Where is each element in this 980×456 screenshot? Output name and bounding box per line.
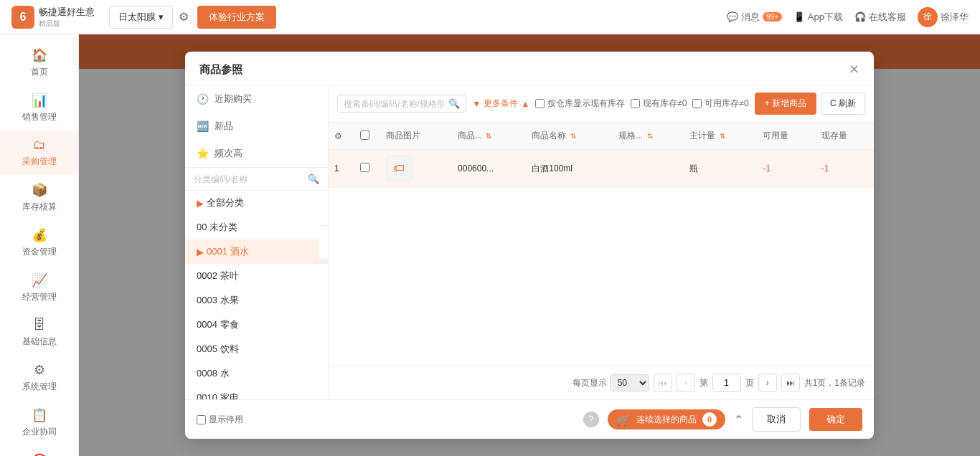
- sales-icon: 📊: [32, 92, 47, 108]
- th-image: 商品图片: [380, 123, 452, 150]
- sidebar-item-purchase[interactable]: 🗂 采购管理: [0, 130, 78, 175]
- logo-text: 畅捷通好生意 精品版: [39, 6, 95, 29]
- th-checkbox: [354, 123, 380, 150]
- sidebar-item-finance[interactable]: 💰 资金管理: [0, 220, 78, 265]
- tab-new-product[interactable]: 🆕 新品: [185, 113, 328, 140]
- modal-body: 🕐 近期购买 🆕 新品 ⭐ 频次高: [185, 85, 874, 399]
- tab-high-freq[interactable]: ⭐ 频次高: [185, 140, 328, 167]
- th-spec: 规格... ⇅: [613, 123, 684, 150]
- table-row[interactable]: 1 🏷: [329, 150, 874, 188]
- collapse-cart-button[interactable]: ⌃: [734, 413, 743, 427]
- pagination: 每页显示 50 10 20 100 ⏮ ‹ 第: [329, 366, 874, 399]
- sidebar-item-sales[interactable]: 📊 销售管理: [0, 85, 78, 130]
- category-label: 0004 零食: [197, 318, 239, 331]
- sidebar-item-home[interactable]: 🏠 首页: [0, 40, 78, 85]
- logo-icon: 6: [11, 6, 34, 29]
- cart-area[interactable]: 🛒 连续选择的商品 0: [608, 409, 725, 429]
- disabled-checkbox[interactable]: [197, 415, 206, 424]
- warehouse-checkbox[interactable]: [535, 99, 545, 108]
- category-label: 0008 水: [197, 367, 230, 380]
- sidebar-item-label: 库存核算: [22, 201, 57, 213]
- sidebar-item-basic-info[interactable]: 🗄 基础信息: [0, 310, 78, 355]
- sidebar-item-label: 首页: [31, 66, 48, 78]
- modal-title: 商品参照: [199, 63, 242, 77]
- user-area[interactable]: 徐 徐泽华: [918, 7, 969, 27]
- tab-label: 频次高: [215, 147, 242, 160]
- modal: 商品参照 ✕ 🕐 近期购买 🆕: [185, 52, 874, 439]
- sidebar-item-label: 经营管理: [22, 291, 57, 303]
- product-search-input[interactable]: [344, 99, 444, 109]
- app-download-button[interactable]: 📱 App下载: [793, 11, 843, 24]
- cart-label: 连续选择的商品: [636, 414, 697, 426]
- category-appliance[interactable]: 0010 家电: [185, 386, 328, 399]
- cell-name: 白酒100ml: [526, 150, 613, 188]
- category-water[interactable]: 0008 水: [185, 361, 328, 386]
- search-icon: 🔍: [308, 174, 319, 184]
- category-search-input[interactable]: [194, 174, 303, 184]
- phone-icon: 📱: [793, 11, 805, 22]
- star-icon: ⭐: [197, 148, 209, 159]
- show-disabled-checkbox[interactable]: 显示停用: [197, 414, 243, 426]
- page-size-label: 每页显示: [573, 377, 607, 389]
- sidebar-item-label: 企业协同: [22, 426, 57, 438]
- category-all[interactable]: ▶ 全部分类: [185, 191, 328, 215]
- sidebar-item-inventory[interactable]: 📦 库存核算: [0, 175, 78, 220]
- category-unclassified[interactable]: 00 未分类: [185, 215, 328, 239]
- modal-footer: 显示停用 ? 🛒 连续选择的商品 0 ⌃ 取消 确定: [185, 399, 874, 439]
- current-page-input[interactable]: [712, 374, 741, 392]
- experience-button[interactable]: 体验行业方案: [197, 6, 276, 29]
- checkbox-available-stock[interactable]: 可用库存≠0: [692, 98, 748, 110]
- cancel-button[interactable]: 取消: [752, 407, 801, 432]
- category-label: 00 未分类: [197, 221, 237, 234]
- available-stock-checkbox[interactable]: [692, 99, 702, 108]
- first-page-button[interactable]: ⏮: [654, 374, 672, 392]
- category-label: 0003 水果: [197, 294, 239, 307]
- category-snacks[interactable]: 0004 零食: [185, 313, 328, 337]
- message-icon: 💬: [727, 11, 738, 22]
- sidebar-item-guide[interactable]: 🎯 新手引导: [0, 445, 78, 456]
- product-search-box: 🔍: [337, 95, 466, 113]
- page-unit: 页: [745, 377, 754, 389]
- arrow-right-icon: ▶: [197, 247, 204, 257]
- row-checkbox[interactable]: [360, 163, 369, 172]
- confirm-button[interactable]: 确定: [809, 408, 862, 431]
- select-all-checkbox[interactable]: [360, 130, 369, 140]
- help-icon[interactable]: ?: [583, 412, 599, 427]
- filter-button[interactable]: ▼ 更多条件 ▲: [472, 98, 529, 110]
- collapse-left-button[interactable]: 《: [319, 225, 329, 260]
- add-product-button[interactable]: + 新增商品: [755, 92, 816, 115]
- next-page-button[interactable]: ›: [758, 374, 777, 392]
- table-settings-icon[interactable]: ⚙: [334, 131, 342, 141]
- checkbox-warehouse[interactable]: 按仓库显示现有库存: [535, 98, 625, 110]
- basic-info-icon: 🗄: [33, 318, 46, 333]
- gear-icon[interactable]: ⚙: [179, 10, 189, 24]
- sidebar-item-operations[interactable]: 📈 经营管理: [0, 265, 78, 310]
- nav-dropdown[interactable]: 日太阳膜 ▾: [109, 6, 173, 29]
- category-drinks[interactable]: 0005 饮料: [185, 337, 328, 361]
- checkbox-current-stock[interactable]: 现有库存≠0: [631, 98, 687, 110]
- message-badge: 99+: [763, 12, 782, 22]
- modal-header: 商品参照 ✕: [185, 52, 874, 85]
- prev-page-button[interactable]: ‹: [677, 374, 695, 392]
- sort-icon: ⇅: [647, 132, 653, 140]
- new-icon: 🆕: [197, 120, 209, 132]
- online-service-button[interactable]: 🎧 在线客服: [854, 11, 906, 24]
- messages-button[interactable]: 💬 消息 99+: [727, 11, 782, 24]
- th-code: 商品... ⇅: [452, 123, 526, 150]
- current-stock-checkbox[interactable]: [631, 99, 640, 108]
- inventory-icon: 📦: [32, 182, 47, 198]
- product-table: ⚙ 商品图片: [329, 123, 874, 188]
- refresh-button[interactable]: C 刷新: [821, 92, 865, 115]
- dropdown-label: 日太阳膜: [118, 11, 156, 24]
- last-page-button[interactable]: ⏭: [781, 374, 800, 392]
- category-liquor[interactable]: ▶ 0001 酒水: [185, 239, 328, 264]
- sidebar-item-label: 系统管理: [22, 381, 57, 393]
- sidebar-item-collab[interactable]: 📋 企业协同: [0, 400, 78, 445]
- tab-recent-purchase[interactable]: 🕐 近期购买: [185, 85, 328, 113]
- cell-spec: [613, 150, 684, 188]
- modal-close-button[interactable]: ✕: [849, 62, 859, 77]
- page-size-select[interactable]: 50 10 20 100: [610, 374, 649, 391]
- category-fruit[interactable]: 0003 水果: [185, 288, 328, 313]
- sidebar-item-system[interactable]: ⚙ 系统管理: [0, 355, 78, 400]
- category-tea[interactable]: 0002 茶叶: [185, 264, 328, 288]
